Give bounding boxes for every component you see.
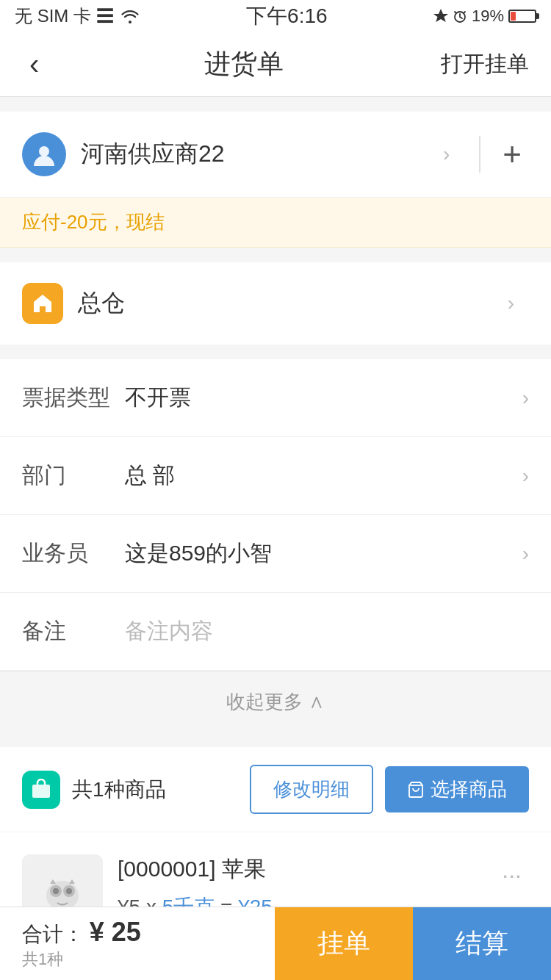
department-chevron-icon: › xyxy=(522,464,529,488)
status-time: 下午6:16 xyxy=(246,2,328,30)
open-hang-button[interactable]: 打开挂单 xyxy=(441,49,529,79)
note-row[interactable]: 备注 备注内容 xyxy=(0,593,551,671)
supplier-warning: 应付-20元，现结 xyxy=(0,198,551,248)
note-label: 备注 xyxy=(22,616,125,646)
total-section: 合计： ¥ 25 共1种 xyxy=(0,907,275,980)
form-card: 票据类型 不开票 › 部门 总 部 › 业务员 这是859的小智 › 备注 备注… xyxy=(0,359,551,671)
edit-detail-button[interactable]: 修改明细 xyxy=(250,765,373,814)
salesperson-row[interactable]: 业务员 这是859的小智 › xyxy=(0,515,551,593)
product-code: [0000001] xyxy=(118,857,215,881)
back-button[interactable]: ‹ xyxy=(22,40,46,88)
product-more-button[interactable]: ··· xyxy=(494,854,529,896)
warehouse-card[interactable]: 总仓 › xyxy=(0,262,551,345)
supplier-row[interactable]: 河南供应商22 › + xyxy=(0,112,551,198)
department-value: 总 部 xyxy=(125,461,522,491)
battery-icon xyxy=(508,10,536,23)
svg-point-7 xyxy=(53,888,59,894)
ticket-type-chevron-icon: › xyxy=(522,386,529,410)
wifi-icon xyxy=(120,9,140,24)
svg-point-4 xyxy=(46,881,79,910)
total-row: 合计： ¥ 25 xyxy=(22,917,253,948)
note-placeholder: 备注内容 xyxy=(125,616,529,646)
supplier-avatar xyxy=(22,132,66,176)
status-bar: 无 SIM 卡 ☰ 下午6:16 19% xyxy=(0,0,551,32)
select-product-button[interactable]: 选择商品 xyxy=(385,766,529,813)
select-product-label: 选择商品 xyxy=(431,777,507,802)
total-amount: ¥ 25 xyxy=(90,917,141,947)
bottom-bar: 合计： ¥ 25 共1种 挂单 结算 xyxy=(0,907,551,980)
svg-rect-2 xyxy=(32,785,50,798)
salesperson-label: 业务员 xyxy=(22,538,125,569)
page-title: 进货单 xyxy=(204,46,284,82)
warehouse-name: 总仓 xyxy=(78,287,508,320)
warehouse-row[interactable]: 总仓 › xyxy=(0,262,551,345)
salesperson-value: 这是859的小智 xyxy=(125,538,522,569)
department-row[interactable]: 部门 总 部 › xyxy=(0,437,551,515)
battery-percent: 19% xyxy=(472,7,504,26)
supplier-name: 河南供应商22 xyxy=(81,138,443,170)
supplier-divider xyxy=(479,136,480,173)
product-count-icon xyxy=(22,771,60,809)
add-supplier-button[interactable]: + xyxy=(495,138,529,170)
location-icon xyxy=(433,9,448,24)
status-bar-left: 无 SIM 卡 ☰ xyxy=(15,4,140,28)
total-count: 共1种 xyxy=(22,948,253,970)
divider-2 xyxy=(0,345,551,359)
collapse-button[interactable]: 收起更多 ∧ xyxy=(0,671,551,732)
product-title: 苹果 xyxy=(222,857,266,881)
ticket-type-row[interactable]: 票据类型 不开票 › xyxy=(0,359,551,437)
svg-point-8 xyxy=(66,888,72,894)
salesperson-chevron-icon: › xyxy=(522,542,529,566)
divider-3 xyxy=(0,732,551,747)
signal-text: 无 SIM 卡 ☰ xyxy=(15,4,114,28)
hang-button[interactable]: 挂单 xyxy=(275,907,413,980)
alarm-icon xyxy=(453,9,467,24)
warehouse-chevron-icon: › xyxy=(508,292,514,315)
product-name: [0000001] 苹果 xyxy=(118,854,480,884)
total-label: 合计： xyxy=(22,923,84,945)
product-count-text: 共1种商品 xyxy=(72,776,250,804)
warehouse-icon xyxy=(22,283,63,324)
product-header: 共1种商品 修改明细 选择商品 xyxy=(0,747,551,832)
nav-bar: ‹ 进货单 打开挂单 xyxy=(0,32,551,97)
supplier-chevron-icon: › xyxy=(443,143,450,166)
cart-icon xyxy=(407,781,425,799)
ticket-type-label: 票据类型 xyxy=(22,383,125,413)
checkout-button[interactable]: 结算 xyxy=(413,907,551,980)
supplier-card: 河南供应商22 › + 应付-20元，现结 xyxy=(0,112,551,248)
ticket-type-value: 不开票 xyxy=(125,383,522,413)
department-label: 部门 xyxy=(22,461,125,491)
top-divider xyxy=(0,97,551,112)
svg-point-1 xyxy=(39,146,49,156)
divider-1 xyxy=(0,248,551,262)
status-bar-right: 19% xyxy=(433,7,536,26)
